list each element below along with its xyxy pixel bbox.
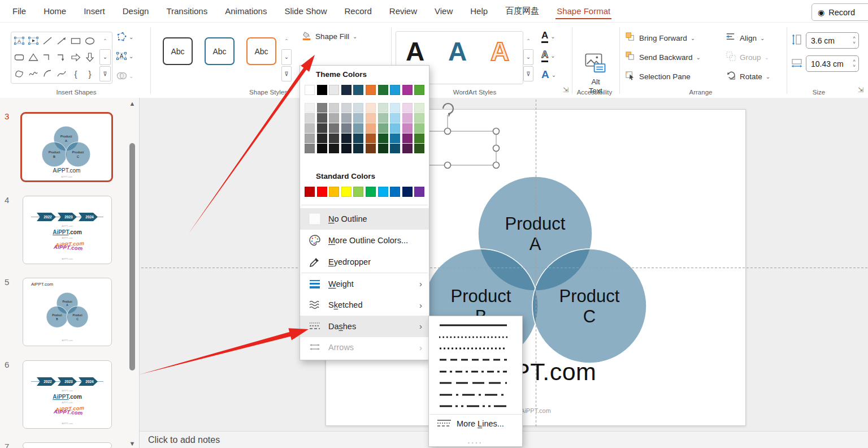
- menu-item-eyedropper[interactable]: Eyedropper: [300, 251, 429, 273]
- theme-color-swatch[interactable]: [341, 85, 351, 95]
- theme-color-variant-swatch[interactable]: [305, 144, 315, 153]
- menu-item-dashes[interactable]: Dashes›: [300, 316, 429, 337]
- theme-color-variant-swatch[interactable]: [329, 144, 339, 153]
- menu-tab-shape-format[interactable]: Shape Format: [555, 3, 611, 19]
- theme-color-variant-swatch[interactable]: [402, 103, 413, 113]
- theme-color-variant-swatch[interactable]: [414, 144, 424, 153]
- dash-style-long-dash-dot[interactable]: [429, 389, 522, 400]
- theme-color-variant-swatch[interactable]: [414, 133, 424, 143]
- selection-pane-button[interactable]: Selection Pane: [625, 70, 691, 83]
- shape-style-preset-3[interactable]: Abc: [246, 37, 276, 65]
- dash-style-round-dot[interactable]: [429, 331, 522, 342]
- shape-textbox-icon[interactable]: A: [14, 35, 25, 46]
- record-button[interactable]: ◉ Record: [811, 3, 868, 21]
- shape-brace-right-icon[interactable]: }: [84, 68, 96, 79]
- theme-color-variant-swatch[interactable]: [317, 103, 327, 113]
- theme-color-variant-swatch[interactable]: [414, 123, 424, 133]
- menu-tab-help[interactable]: Help: [469, 3, 489, 19]
- standard-color-swatch[interactable]: [317, 187, 327, 197]
- theme-color-variant-swatch[interactable]: [390, 113, 400, 123]
- theme-color-variant-swatch[interactable]: [390, 133, 400, 143]
- theme-color-variant-swatch[interactable]: [341, 113, 351, 123]
- theme-color-variant-swatch[interactable]: [378, 123, 388, 133]
- theme-color-variant-swatch[interactable]: [341, 103, 351, 113]
- theme-color-variant-swatch[interactable]: [414, 103, 424, 113]
- shapes-scroll-down-button[interactable]: ⌄: [99, 49, 111, 64]
- align-button[interactable]: Align⌄: [726, 32, 765, 44]
- shape-line-icon[interactable]: [42, 35, 53, 46]
- standard-color-swatch[interactable]: [329, 187, 339, 197]
- theme-color-variant-swatch[interactable]: [329, 103, 339, 113]
- theme-color-variant-swatch[interactable]: [317, 113, 327, 123]
- theme-color-variant-swatch[interactable]: [305, 133, 315, 143]
- menu-tab-view[interactable]: View: [433, 3, 454, 19]
- theme-color-variant-swatch[interactable]: [341, 144, 351, 153]
- theme-color-variant-swatch[interactable]: [317, 144, 327, 153]
- dash-style-solid[interactable]: [429, 320, 522, 331]
- slide-thumbnail-4[interactable]: 202220232024AiPPT.comAiPPT.comAiPPT.comA…: [23, 196, 112, 264]
- bring-forward-button[interactable]: Bring Forward⌄: [625, 32, 695, 44]
- theme-color-variant-swatch[interactable]: [390, 144, 400, 153]
- shape-style-preset-1[interactable]: Abc: [163, 37, 193, 65]
- dash-style-square-dot[interactable]: [429, 343, 522, 354]
- menu-tab-home[interactable]: Home: [42, 3, 67, 19]
- theme-color-variant-swatch[interactable]: [317, 123, 327, 133]
- wordart-scroll-up-button[interactable]: ⌃: [523, 34, 533, 48]
- panel-scroll-up-button[interactable]: ▲: [128, 100, 137, 107]
- standard-color-swatch[interactable]: [414, 187, 424, 197]
- theme-color-variant-swatch[interactable]: [305, 103, 315, 113]
- shape-freeform-icon[interactable]: [14, 68, 25, 79]
- merge-shapes-button[interactable]: ⌄: [116, 70, 133, 81]
- shape-oval-icon[interactable]: [84, 35, 96, 46]
- vertical-guide[interactable]: [536, 100, 536, 427]
- shape-height-input[interactable]: 3.6 cm ˄˅: [806, 32, 859, 49]
- width-spinner[interactable]: ˄˅: [853, 59, 858, 68]
- theme-color-variant-swatch[interactable]: [341, 133, 351, 143]
- theme-color-swatch[interactable]: [402, 85, 413, 95]
- theme-color-swatch[interactable]: [305, 85, 315, 95]
- shape-style-preset-2[interactable]: Abc: [205, 37, 235, 65]
- theme-color-variant-swatch[interactable]: [390, 103, 400, 113]
- theme-color-variant-swatch[interactable]: [353, 113, 363, 123]
- theme-color-variant-swatch[interactable]: [329, 113, 339, 123]
- wordart-style-orange[interactable]: A: [491, 38, 509, 64]
- theme-color-variant-swatch[interactable]: [341, 123, 351, 133]
- menu-item-weight[interactable]: Weight›: [300, 273, 429, 295]
- theme-color-variant-swatch[interactable]: [402, 123, 413, 133]
- theme-color-variant-swatch[interactable]: [366, 113, 376, 123]
- shape-elbow-connector-icon[interactable]: [42, 51, 53, 63]
- theme-color-variant-swatch[interactable]: [329, 123, 339, 133]
- theme-color-swatch[interactable]: [414, 85, 424, 95]
- shapes-gallery-more-button[interactable]: ⊽: [99, 66, 111, 81]
- dash-style-long-dash-dot-dot[interactable]: [429, 400, 522, 412]
- theme-color-variant-swatch[interactable]: [390, 123, 400, 133]
- slide-thumbnail-6[interactable]: 202220232024AiPPT.comAiPPT.comAiPPT.comA…: [23, 360, 112, 429]
- shape-width-input[interactable]: 10.43 cm ˄˅: [806, 55, 859, 72]
- submenu-resize-grip[interactable]: ••••: [429, 440, 522, 445]
- theme-color-swatch[interactable]: [329, 85, 339, 95]
- shape-curve-icon[interactable]: [56, 68, 67, 79]
- theme-color-variant-swatch[interactable]: [353, 103, 363, 113]
- theme-color-variant-swatch[interactable]: [366, 144, 376, 153]
- height-spinner[interactable]: ˄˅: [853, 36, 858, 45]
- styles-scroll-down-button[interactable]: ⌄: [281, 49, 292, 64]
- theme-color-variant-swatch[interactable]: [378, 103, 388, 113]
- shape-arrow-icon[interactable]: [56, 35, 67, 46]
- theme-color-variant-swatch[interactable]: [402, 133, 413, 143]
- standard-color-swatch[interactable]: [305, 187, 315, 197]
- menu-tab-record[interactable]: Record: [343, 3, 372, 19]
- panel-scrollbar-thumb[interactable]: [129, 143, 135, 371]
- menu-item-sketched[interactable]: Sketched›: [300, 295, 429, 316]
- theme-color-swatch[interactable]: [317, 85, 327, 95]
- text-fill-button[interactable]: A⌄: [541, 31, 555, 43]
- theme-color-variant-swatch[interactable]: [378, 113, 388, 123]
- standard-color-swatch[interactable]: [366, 187, 376, 197]
- wordart-gallery-more-button[interactable]: ⊽: [523, 66, 533, 81]
- theme-color-variant-swatch[interactable]: [402, 113, 413, 123]
- shape-arc-icon[interactable]: [42, 68, 53, 79]
- size-dialog-launcher-icon[interactable]: ⇲: [858, 86, 863, 94]
- shapes-scroll-up-button[interactable]: ⌃: [99, 34, 111, 48]
- menu-item-no-outline[interactable]: No Outline: [300, 208, 429, 230]
- shape-draw-textbox-icon[interactable]: [28, 35, 39, 46]
- theme-color-swatch[interactable]: [390, 85, 400, 95]
